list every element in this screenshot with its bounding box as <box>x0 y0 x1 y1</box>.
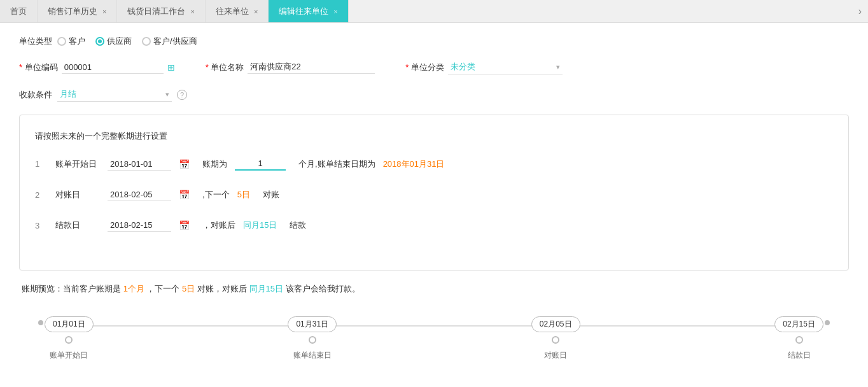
unit-class-label: 单位分类 <box>405 62 444 73</box>
radio-supplier-label: 供应商 <box>107 36 132 47</box>
tab-cash-work-close[interactable]: × <box>190 8 194 15</box>
reconcile-date-input[interactable] <box>108 188 171 201</box>
payment-day-highlight: 同月15日 <box>243 220 277 231</box>
timeline-dot-4 <box>795 336 803 344</box>
timeline-dot-2 <box>309 336 316 344</box>
tab-sales-history-close[interactable]: × <box>102 8 106 15</box>
row-desc-2b: 对账 <box>263 189 279 201</box>
row-desc-1b: 个月,账单结束日期为 <box>298 158 375 170</box>
timeline-dot-3 <box>552 336 559 344</box>
tab-edit-partner[interactable]: 编辑往来单位 × <box>269 0 348 22</box>
payment-terms-label: 收款条件 <box>19 89 52 101</box>
timeline-date-1: 01月01日 <box>45 316 94 332</box>
unit-name-label: 单位名称 <box>206 62 244 73</box>
unit-code-input[interactable] <box>62 61 164 74</box>
setting-row-3: 3 结款日 📅 ，对账后 同月15日 结款 <box>35 219 833 232</box>
unit-class-arrow: ▾ <box>556 63 560 71</box>
preview-highlight-3: 同月15日 <box>249 284 283 293</box>
preview-highlight-2: 5日 <box>182 284 195 293</box>
timeline-label-3: 对账日 <box>544 350 567 361</box>
timeline-nodes: 01月01日 账单开始日 01月31日 账单结束日 02月05日 对账日 02月… <box>45 316 823 361</box>
tab-home-label: 首页 <box>10 6 27 17</box>
payment-date-input[interactable] <box>108 219 171 232</box>
row-num-3: 3 <box>35 221 48 230</box>
tab-home[interactable]: 首页 <box>0 0 38 22</box>
timeline-node-start-dot <box>38 320 43 325</box>
radio-circle-both <box>142 37 151 46</box>
preview-mid2: 对账，对账后 <box>197 284 247 293</box>
payment-terms-row: 收款条件 月结 ▾ ? <box>19 87 849 102</box>
start-date-input[interactable] <box>108 158 171 171</box>
tab-edit-partner-close[interactable]: × <box>333 8 337 15</box>
preview-text: 账期预览：当前客户账期是 1个月 ，下一个 5日 对账，对账后 同月15日 该客… <box>19 283 849 295</box>
unit-class-group: 单位分类 未分类 ▾ <box>405 60 563 74</box>
preview-prefix: 账期预览：当前客户账期是 <box>22 284 121 293</box>
tab-edit-partner-label: 编辑往来单位 <box>279 6 328 17</box>
row-desc-3b: 结款 <box>290 220 306 231</box>
unit-name-group: 单位名称 <box>206 61 375 74</box>
timeline-label-1: 账单开始日 <box>50 350 88 361</box>
tab-partner-unit[interactable]: 往来单位 × <box>206 0 269 22</box>
unit-info-row: 单位编码 ⊞ 单位名称 单位分类 未分类 ▾ <box>19 60 849 74</box>
tab-more-button[interactable]: › <box>852 0 868 22</box>
start-date-calendar-icon[interactable]: 📅 <box>179 159 190 169</box>
timeline-date-3: 02月05日 <box>531 316 580 332</box>
preview-highlight-1: 1个月 <box>123 284 144 293</box>
end-date-highlight: 2018年01月31日 <box>383 158 445 170</box>
tab-partner-unit-close[interactable]: × <box>254 8 258 15</box>
unit-class-dropdown[interactable]: 未分类 ▾ <box>448 60 563 74</box>
payment-terms-value: 月结 <box>60 88 76 100</box>
timeline-node-end-dot <box>825 320 830 325</box>
period-settings-box: 请按照未来的一个完整帐期进行设置 1 账单开始日 📅 账期为 个月,账单结束日期… <box>19 115 849 271</box>
timeline-start-dot <box>38 320 43 325</box>
timeline-node-2: 01月31日 账单结束日 <box>288 316 337 361</box>
unit-code-icon[interactable]: ⊞ <box>167 62 175 73</box>
payment-date-calendar-icon[interactable]: 📅 <box>179 220 190 230</box>
setting-row-2: 2 对账日 📅 ,下一个 5日 对账 <box>35 188 833 201</box>
preview-suffix: 该客户会给我打款。 <box>286 284 360 293</box>
row-num-1: 1 <box>35 159 48 169</box>
radio-customer-label: 客户 <box>69 36 85 47</box>
timeline-node-1: 01月01日 账单开始日 <box>45 316 94 361</box>
row-label-2: 对账日 <box>55 189 100 201</box>
setting-row-1: 1 账单开始日 📅 账期为 个月,账单结束日期为 2018年01月31日 <box>35 157 833 171</box>
timeline-label-2: 账单结束日 <box>293 350 332 361</box>
timeline-node-4: 02月15日 结款日 <box>774 316 823 361</box>
timeline-date-2: 01月31日 <box>288 316 337 332</box>
radio-both[interactable]: 客户/供应商 <box>142 36 197 47</box>
radio-supplier[interactable]: 供应商 <box>95 36 132 47</box>
payment-terms-dropdown[interactable]: 月结 ▾ <box>57 87 172 102</box>
timeline-end-dot <box>825 320 830 325</box>
main-content: 单位类型 客户 供应商 客户/供应商 单位编码 ⊞ 单位名称 <box>0 23 868 387</box>
reconcile-date-calendar-icon[interactable]: 📅 <box>179 190 190 200</box>
unit-name-input[interactable] <box>248 61 375 74</box>
tab-cash-work[interactable]: 钱货日清工作台 × <box>117 0 205 22</box>
row-num-2: 2 <box>35 190 48 200</box>
row-label-1: 账单开始日 <box>55 158 100 170</box>
radio-customer[interactable]: 客户 <box>57 36 85 47</box>
unit-class-value: 未分类 <box>451 61 475 73</box>
unit-code-group: 单位编码 ⊞ <box>19 61 175 74</box>
row-desc-3a: ，对账后 <box>202 220 235 231</box>
box-title: 请按照未来的一个完整帐期进行设置 <box>35 130 833 142</box>
row-label-3: 结款日 <box>55 220 100 231</box>
reconcile-day-highlight: 5日 <box>237 189 250 201</box>
radio-circle-supplier <box>95 37 104 46</box>
timeline: 01月01日 账单开始日 01月31日 账单结束日 02月05日 对账日 02月… <box>19 310 849 380</box>
timeline-node-3: 02月05日 对账日 <box>531 316 580 361</box>
timeline-dot-1 <box>65 336 73 344</box>
radio-circle-customer <box>57 37 66 46</box>
timeline-date-4: 02月15日 <box>774 316 823 332</box>
preview-mid1: ，下一个 <box>146 284 179 293</box>
help-icon[interactable]: ? <box>177 90 187 100</box>
tab-bar: 首页 销售订单历史 × 钱货日清工作台 × 往来单位 × 编辑往来单位 × › <box>0 0 868 23</box>
unit-type-label: 单位类型 <box>19 36 52 47</box>
row-desc-2a: ,下一个 <box>202 189 230 201</box>
row-desc-1a: 账期为 <box>202 158 227 170</box>
period-months-input[interactable] <box>235 157 286 171</box>
tab-sales-history-label: 销售订单历史 <box>48 6 97 17</box>
unit-code-label: 单位编码 <box>19 62 58 73</box>
tab-sales-history[interactable]: 销售订单历史 × <box>38 0 117 22</box>
tab-partner-unit-label: 往来单位 <box>216 6 249 17</box>
tab-cash-work-label: 钱货日清工作台 <box>127 6 185 17</box>
